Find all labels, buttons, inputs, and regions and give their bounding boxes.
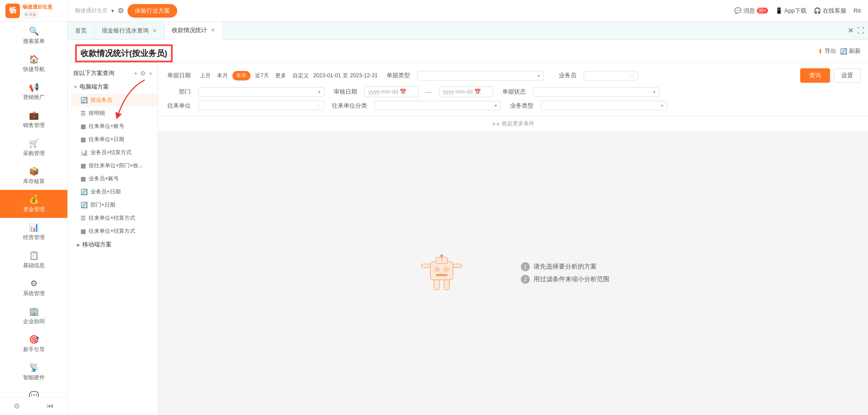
tree-item-dept-date[interactable]: 🔄 部门+日期 — [71, 198, 158, 212]
sidebar-item-wechat[interactable]: 💬企业微信 — [0, 386, 67, 397]
tree-item-staff-settle[interactable]: 📊 业务员+结算方式 — [71, 146, 158, 159]
tree-item-partner-account[interactable]: ▦ 往来单位+账号 — [71, 120, 158, 133]
briefcase-icon: 💼 — [29, 110, 39, 120]
filter-row-1: 单据日期 上月 本月 本年 近7天 更多 自定义 2023-01-01 至 — [165, 68, 861, 83]
sidebar: 畅 畅捷通好生意 标准版 🔍搜索菜单 🏠快捷导航 📢营销推广 💼销售管理 🛒采购… — [0, 0, 68, 415]
chart-icon: 📊 — [29, 222, 39, 232]
empty-hint: 1 请先选择要分析的方案 2 用过滤条件来缩小分析范围 — [521, 262, 609, 284]
tab-collection[interactable]: 收款情况统计 ✕ — [165, 22, 223, 40]
tab-close-all-btn[interactable]: ✕ — [848, 26, 854, 35]
partner-category-select[interactable]: ▾ — [374, 101, 501, 110]
sidebar-item-corp[interactable]: 🏢企业协同 — [0, 302, 67, 330]
tab-close-collection[interactable]: ✕ — [211, 27, 215, 33]
date-shortcut-custom[interactable]: 自定义 — [291, 71, 311, 80]
tree-item-staff-date[interactable]: 🔄 业务员+日期 — [71, 185, 158, 198]
dept-arrow: ▾ — [318, 90, 321, 94]
collapse-panel-btn[interactable]: « — [149, 70, 152, 77]
dept-select[interactable]: ▾ — [198, 87, 325, 97]
collapse-row[interactable]: ∧∧ 收起更多条件 — [158, 116, 868, 131]
tree-item-icon-sa: ▦ — [80, 175, 86, 182]
topbar-message[interactable]: 💬 消息 99+ — [734, 7, 768, 15]
tree-children-desktop: 🔄 按业务员 ☰ 按明细 ▦ 往来单位+账号 ▦ — [68, 94, 158, 238]
biz-type-select[interactable]: ▾ — [541, 101, 667, 110]
biz-type-arrow: ▾ — [661, 103, 663, 108]
tab-expand-btn[interactable]: ⛶ — [857, 27, 864, 35]
sidebar-item-sales[interactable]: 💼销售管理 — [0, 106, 67, 134]
sidebar-item-basic[interactable]: 📋基础信息 — [0, 246, 67, 274]
tree-item-partner-date[interactable]: ▦ 往来单位+日期 — [71, 133, 158, 146]
tree-item-partner-settle1[interactable]: ☰ 往来单位+结算方式 — [71, 212, 158, 225]
sidebar-nav: 🔍搜索菜单 🏠快捷导航 📢营销推广 💼销售管理 🛒采购管理 📦库存核算 💰资金管… — [0, 22, 67, 397]
review-date-to[interactable]: yyyy-mm-dd 📅 — [439, 86, 493, 97]
query-btn[interactable]: 查询 — [800, 68, 830, 83]
tree-item-icon-ps2: ▦ — [80, 228, 86, 235]
collapse-sidebar-icon[interactable]: ⏮ — [47, 402, 54, 410]
wechat-icon: 💬 — [29, 391, 39, 397]
staff-select[interactable]: ··· — [584, 71, 638, 80]
tabs-actions: ✕ ⛶ — [844, 26, 868, 35]
page-header: 收款情况统计(按业务员) ⬆ 导出 🔄 刷新 — [68, 40, 868, 63]
tree-item-staff-account[interactable]: ▦ 业务员+账号 — [71, 172, 158, 185]
biz-type-label: 业务类型 — [508, 102, 533, 110]
svg-rect-12 — [444, 280, 449, 290]
review-date-from[interactable]: yyyy-mm-dd 📅 — [364, 86, 419, 97]
sidebar-item-operations[interactable]: 📊经营管理 — [0, 218, 67, 246]
topbar-app-download[interactable]: 📱 App下载 — [775, 7, 807, 15]
partner-select[interactable]: ··· — [198, 101, 325, 110]
date-shortcut-more[interactable]: 更多 — [274, 71, 288, 80]
topbar-service[interactable]: 🎧 在线客服 — [814, 7, 846, 15]
tree-header-mobile[interactable]: ▶ 移动端方案 — [71, 238, 158, 251]
tab-close-bank[interactable]: ✕ — [152, 28, 157, 34]
topbar-user[interactable]: Rit — [854, 7, 861, 14]
topbar-left: 畅捷通好生意 ▾ ⚙ 体验行业方案 — [75, 4, 177, 18]
box-icon: 📦 — [29, 166, 39, 176]
date-shortcut-this-year[interactable]: 本年 — [232, 71, 250, 80]
refresh-btn[interactable]: 🔄 刷新 — [840, 47, 861, 55]
megaphone-icon: 📢 — [29, 82, 39, 92]
sidebar-item-quick-nav[interactable]: 🏠快捷导航 — [0, 50, 67, 78]
left-panel: 按以下方案查询 + ⚙ « — [68, 63, 158, 415]
tab-home[interactable]: 首页 — [68, 22, 94, 40]
tree-item-detail[interactable]: ☰ 按明细 — [71, 107, 158, 120]
tab-bank-flow[interactable]: 现金银行流水查询 ✕ — [94, 22, 165, 40]
tree-item-by-staff[interactable]: 🔄 按业务员 — [71, 94, 158, 107]
voucher-status-select[interactable]: ▾ — [533, 87, 660, 97]
svg-rect-11 — [434, 280, 439, 290]
settings-btn[interactable]: 设置 — [834, 68, 861, 83]
left-panel-header: 按以下方案查询 + ⚙ « — [68, 66, 158, 80]
date-shortcut-7days[interactable]: 近7天 — [253, 71, 271, 80]
tree-item-partner-dept[interactable]: ▦ 按往来单位+部门+收... — [71, 159, 158, 172]
voucher-type-select[interactable]: ▾ — [417, 71, 544, 80]
sidebar-item-search[interactable]: 🔍搜索菜单 — [0, 22, 67, 50]
sidebar-item-finance[interactable]: 💰资金管理 — [0, 190, 67, 218]
sidebar-item-inventory[interactable]: 📦库存核算 — [0, 162, 67, 190]
sidebar-item-system[interactable]: ⚙系统管理 — [0, 274, 67, 302]
svg-point-6 — [436, 269, 439, 271]
date-shortcut-last-month[interactable]: 上月 — [198, 71, 212, 80]
body-area: 按以下方案查询 + ⚙ « — [68, 63, 868, 415]
trial-btn[interactable]: 体验行业方案 — [127, 4, 177, 18]
robot-illustration — [417, 248, 467, 298]
tree-item-partner-settle2[interactable]: ▦ 往来单位+结算方式 — [71, 225, 158, 238]
svg-rect-9 — [421, 264, 430, 268]
date-range-input: 2023-01-01 至 2023-12-31 — [313, 72, 378, 80]
filter-actions-right: 查询 设置 — [800, 68, 861, 83]
tree-item-icon-pd: ▦ — [80, 136, 86, 143]
scheme-settings-btn[interactable]: ⚙ — [140, 70, 146, 77]
topbar-brand: 畅捷通好生意 — [75, 7, 108, 14]
sidebar-item-marketing[interactable]: 📢营销推广 — [0, 78, 67, 106]
svg-point-13 — [440, 255, 443, 258]
list-icon: 📋 — [29, 250, 39, 260]
calendar-icon-from: 📅 — [400, 89, 406, 95]
settings-bottom-icon[interactable]: ⚙ — [14, 402, 20, 410]
topbar-dropdown-arrow[interactable]: ▾ — [111, 8, 114, 14]
topbar-gear-icon[interactable]: ⚙ — [118, 6, 124, 15]
export-btn[interactable]: ⬆ 导出 — [818, 47, 836, 55]
sidebar-item-hardware[interactable]: 📡智能硬件 — [0, 358, 67, 386]
tree-header-desktop[interactable]: ▼ 电脑端方案 — [68, 80, 158, 94]
sidebar-item-guide[interactable]: 🎯新手引导 — [0, 330, 67, 358]
staff-arrow: ··· — [630, 73, 634, 78]
sidebar-item-purchase[interactable]: 🛒采购管理 — [0, 134, 67, 162]
add-scheme-btn[interactable]: + — [134, 70, 137, 77]
date-shortcut-this-month[interactable]: 本月 — [215, 71, 230, 80]
